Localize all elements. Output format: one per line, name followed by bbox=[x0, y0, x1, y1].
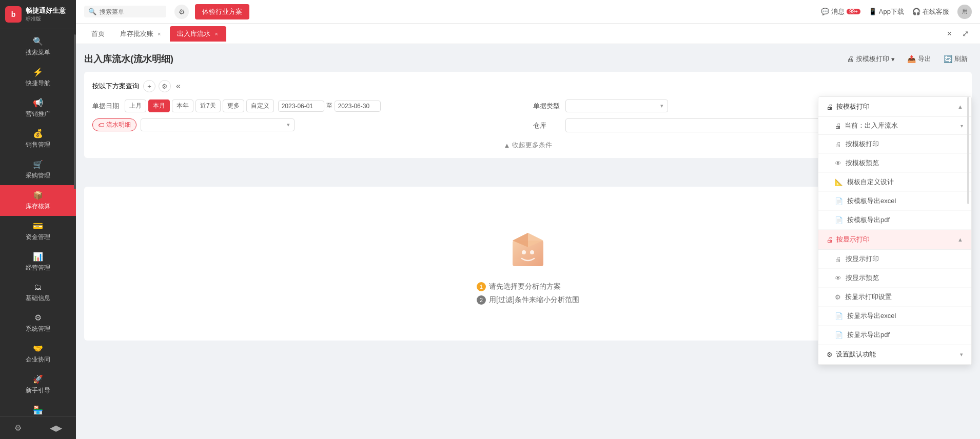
settings-bottom-btn[interactable]: ⚙ bbox=[14, 423, 22, 433]
settings-condition-btn[interactable]: ⚙ bbox=[159, 80, 171, 92]
voucher-type-select[interactable]: ▾ bbox=[565, 99, 668, 112]
biz-type-select[interactable]: ▾ bbox=[141, 118, 295, 131]
tab-inout-flow-close[interactable]: × bbox=[213, 31, 219, 37]
search-nav-icon: 🔍 bbox=[33, 36, 43, 46]
sidebar-nav: 🔍 搜索菜单 ⚡ 快捷导航 📢 营销推广 💰 销售管理 🛒 采购管理 📦 bbox=[0, 29, 76, 416]
date-from-input[interactable] bbox=[278, 101, 324, 112]
sidebar-item-guide[interactable]: 🚀 新手引导 bbox=[0, 369, 76, 400]
display-pdf-icon: 📄 bbox=[835, 331, 843, 339]
app-download-btn[interactable]: 📱 App下载 bbox=[869, 7, 904, 16]
date-btn-more[interactable]: 更多 bbox=[223, 99, 244, 112]
dropdown-item-template-preview[interactable]: 👁 按模板预览 bbox=[818, 154, 971, 173]
sidebar-item-finance[interactable]: 💳 资金管理 bbox=[0, 216, 76, 247]
voucher-type-chevron-icon: ▾ bbox=[660, 103, 663, 109]
guide-icon: 🚀 bbox=[33, 374, 43, 384]
topbar-search-box[interactable]: 🔍 bbox=[84, 6, 166, 17]
dropdown-section-template-header[interactable]: 🖨 按模板打印 ▲ bbox=[818, 97, 971, 117]
close-all-tabs-btn[interactable]: × bbox=[944, 28, 955, 39]
collapse-more-btn[interactable]: ▲ 收起更多条件 bbox=[504, 141, 553, 150]
sidebar-item-purchase[interactable]: 🛒 采购管理 bbox=[0, 154, 76, 185]
tab-inventory-batch-close[interactable]: × bbox=[156, 31, 162, 37]
date-field: 单据日期 上月 本月 本年 近7天 更多 自定义 至 bbox=[92, 99, 523, 112]
dropdown-item-display-print[interactable]: 🖨 按显示打印 bbox=[818, 250, 971, 269]
date-btn-last-month[interactable]: 上月 bbox=[125, 99, 146, 112]
tab-inout-flow[interactable]: 出入库流水 × bbox=[170, 26, 226, 42]
date-btn-this-month[interactable]: 本月 bbox=[148, 99, 170, 112]
tab-home[interactable]: 首页 bbox=[84, 26, 112, 42]
trial-btn[interactable]: 体验行业方案 bbox=[195, 4, 249, 19]
topbar-search-input[interactable] bbox=[100, 8, 162, 15]
sales-icon: 💰 bbox=[33, 129, 43, 138]
sidebar-item-operations-label: 经营管理 bbox=[26, 264, 50, 272]
sidebar-item-cooperation[interactable]: 🤝 企业协同 bbox=[0, 338, 76, 369]
user-avatar[interactable]: 用 bbox=[957, 5, 972, 19]
sidebar-item-marketing[interactable]: 📢 营销推广 bbox=[0, 93, 76, 124]
dropdown-current-item[interactable]: 🖨 当前：出入库流水 ▾ bbox=[818, 117, 971, 135]
voucher-type-label: 单据类型 bbox=[533, 102, 561, 111]
online-service-btn[interactable]: 🎧 在线客服 bbox=[912, 7, 949, 16]
sidebar-item-appstore[interactable]: 🏪 应用中心 bbox=[0, 400, 76, 416]
printer-icon: 🖨 bbox=[847, 55, 854, 63]
dropdown-item-template-custom[interactable]: 📐 模板自定义设计 bbox=[818, 173, 971, 192]
filter-tag[interactable]: 🏷 流水明细 bbox=[92, 118, 136, 131]
dropdown-item-display-export-excel[interactable]: 📄 按显示导出excel bbox=[818, 307, 971, 326]
dropdown-section-template-title: 🖨 按模板打印 bbox=[827, 102, 870, 111]
add-condition-btn[interactable]: + bbox=[143, 80, 155, 92]
svg-point-4 bbox=[530, 250, 534, 254]
export-btn[interactable]: 📤 导出 bbox=[903, 52, 935, 66]
brand-tag: 标准版 bbox=[26, 15, 66, 23]
collapse-conditions-btn[interactable]: « bbox=[175, 81, 182, 92]
biz-type-area: 🏷 流水明细 ▾ bbox=[92, 118, 523, 131]
refresh-btn[interactable]: 🔄 刷新 bbox=[939, 52, 972, 66]
operations-icon: 📊 bbox=[33, 252, 43, 262]
date-btn-this-year[interactable]: 本年 bbox=[172, 99, 193, 112]
sidebar-item-basic-label: 基础信息 bbox=[26, 294, 50, 303]
export-icon: 📤 bbox=[907, 55, 916, 63]
dropdown-item-template-export-excel[interactable]: 📄 按模板导出excel bbox=[818, 192, 971, 211]
date-btn-custom[interactable]: 自定义 bbox=[246, 99, 274, 112]
print-template-btn[interactable]: 🖨 按模板打印 ▾ bbox=[842, 52, 899, 66]
topbar-gear-btn[interactable]: ⚙ bbox=[174, 5, 189, 19]
print-template-chevron-icon: ▾ bbox=[891, 55, 895, 63]
empty-tip-1: 请先选择要分析的方案 bbox=[489, 282, 561, 291]
dropdown-item-display-preview[interactable]: 👁 按显示预览 bbox=[818, 269, 971, 288]
main-content: 🔍 ⚙ 体验行业方案 💬 消息 99+ 📱 App下载 🎧 在线客服 用 bbox=[76, 0, 980, 439]
sidebar-item-inventory[interactable]: 📦 库存核算 bbox=[0, 185, 76, 216]
tab-inventory-batch[interactable]: 库存批次账 × bbox=[113, 26, 169, 42]
sidebar-item-quicknav[interactable]: ⚡ 快捷导航 bbox=[0, 62, 76, 93]
empty-state-icon bbox=[502, 223, 554, 274]
date-to-input[interactable] bbox=[335, 101, 381, 112]
sidebar-item-sales[interactable]: 💰 销售管理 bbox=[0, 124, 76, 154]
tip-1-num: 1 bbox=[477, 282, 486, 291]
dropdown-item-template-export-pdf[interactable]: 📄 按模板导出pdf bbox=[818, 211, 971, 230]
date-btn-last-7-days[interactable]: 近7天 bbox=[195, 99, 221, 112]
sidebar-item-search[interactable]: 🔍 搜索菜单 bbox=[0, 31, 76, 62]
template-print-icon: 🖨 bbox=[835, 141, 841, 148]
sidebar-item-basic[interactable]: 🗂 基础信息 bbox=[0, 277, 76, 308]
page-title: 出入库流水(流水明细) bbox=[84, 53, 842, 65]
sidebar-item-system[interactable]: ⚙ 系统管理 bbox=[0, 308, 76, 338]
tab-inout-flow-label: 出入库流水 bbox=[177, 29, 210, 38]
dropdown-scrollbar[interactable] bbox=[967, 97, 969, 204]
display-print-icon: 🖨 bbox=[835, 255, 841, 263]
dropdown-item-display-print-settings[interactable]: ⚙ 按显示打印设置 bbox=[818, 288, 971, 307]
search-label: 按以下方案查询 bbox=[92, 82, 139, 91]
dropdown-printer-icon: 🖨 bbox=[827, 103, 833, 111]
dropdown-section-display-header[interactable]: 🖨 按显示打印 ▲ bbox=[818, 230, 971, 250]
marketing-icon: 📢 bbox=[33, 98, 43, 108]
dropdown-section-display-title: 🖨 按显示打印 bbox=[827, 235, 870, 244]
display-preview-icon: 👁 bbox=[835, 274, 841, 282]
dropdown-section-default-header[interactable]: ⚙ 设置默认功能 ▾ bbox=[818, 345, 971, 365]
dropdown-item-display-export-pdf[interactable]: 📄 按显示导出pdf bbox=[818, 326, 971, 345]
cooperation-icon: 🤝 bbox=[33, 344, 43, 353]
refresh-icon: 🔄 bbox=[944, 55, 952, 63]
sidebar-item-operations[interactable]: 📊 经营管理 bbox=[0, 247, 76, 277]
message-btn[interactable]: 💬 消息 99+ bbox=[821, 7, 860, 16]
expand-window-btn[interactable]: ⤢ bbox=[959, 28, 972, 39]
current-template-icon: 🖨 bbox=[835, 122, 841, 130]
collapse-sidebar-btn[interactable]: ◀▶ bbox=[50, 423, 62, 433]
dropdown-item-template-print[interactable]: 🖨 按模板打印 bbox=[818, 135, 971, 154]
date-range-controls: 上月 本月 本年 近7天 更多 自定义 bbox=[125, 99, 274, 112]
app-icon: 📱 bbox=[869, 8, 877, 15]
empty-state: 1 请先选择要分析的方案 2 用[过滤]条件来缩小分析范围 bbox=[477, 223, 579, 305]
